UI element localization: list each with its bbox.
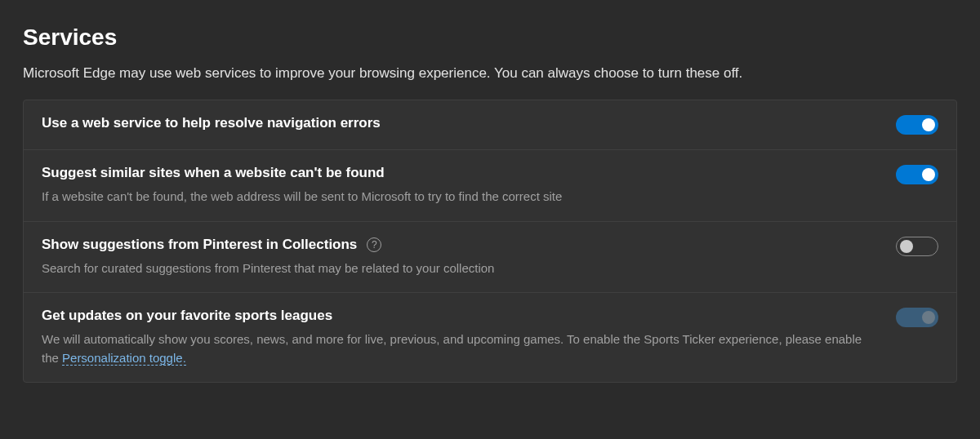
help-icon[interactable]: ? (367, 237, 381, 252)
setting-title: Use a web service to help resolve naviga… (42, 115, 863, 131)
personalization-link[interactable]: Personalization toggle. (62, 351, 186, 366)
toggle-knob-icon (922, 168, 935, 181)
setting-row-navigation-errors: Use a web service to help resolve naviga… (24, 100, 956, 150)
setting-row-sports: Get updates on your favorite sports leag… (24, 293, 956, 382)
setting-desc: Search for curated suggestions from Pint… (42, 259, 863, 278)
setting-row-similar-sites: Suggest similar sites when a website can… (24, 150, 956, 222)
settings-panel: Use a web service to help resolve naviga… (23, 100, 957, 383)
toggle-knob-icon (900, 240, 913, 253)
toggle-knob-icon (922, 118, 935, 131)
setting-title: Suggest similar sites when a website can… (42, 165, 863, 181)
setting-title: Get updates on your favorite sports leag… (42, 308, 863, 324)
setting-title: Show suggestions from Pinterest in Colle… (42, 237, 863, 253)
toggle-sports (896, 308, 938, 327)
setting-row-pinterest: Show suggestions from Pinterest in Colle… (24, 222, 956, 294)
setting-title-text: Show suggestions from Pinterest in Colle… (42, 237, 357, 253)
page-title: Services (23, 24, 957, 51)
toggle-knob-icon (922, 311, 935, 324)
toggle-navigation-errors[interactable] (896, 115, 938, 135)
page-subtitle: Microsoft Edge may use web services to i… (23, 65, 957, 82)
setting-desc: We will automatically show you scores, n… (42, 330, 863, 367)
setting-desc: If a website can't be found, the web add… (42, 188, 863, 206)
toggle-similar-sites[interactable] (896, 165, 938, 184)
toggle-pinterest[interactable] (896, 237, 938, 256)
